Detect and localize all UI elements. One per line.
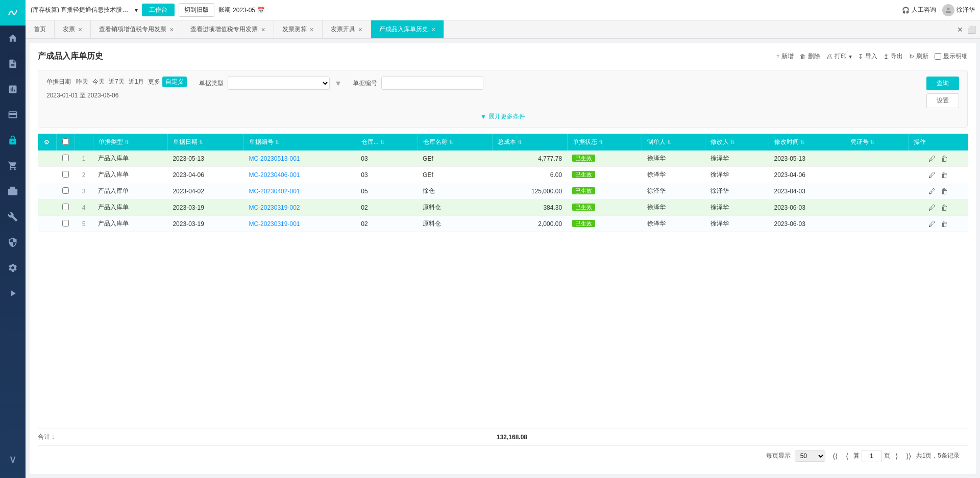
filter-1month[interactable]: 近1月 — [127, 77, 146, 87]
sidebar-item-manufacture[interactable] — [0, 204, 26, 230]
col-status-header[interactable]: 单据状态 ⇅ — [567, 134, 642, 150]
sidebar-item-settings[interactable] — [0, 255, 26, 281]
filter-number-input[interactable] — [381, 77, 483, 90]
row-delete-btn-1[interactable]: 🗑 — [939, 171, 949, 179]
row-edit-btn-3[interactable]: 🖊 — [927, 204, 937, 212]
sidebar-item-inventory[interactable] — [0, 179, 26, 204]
row-number-3[interactable]: MC-20230319-002 — [243, 199, 356, 216]
tab-maximize[interactable]: ⬜ — [967, 26, 976, 34]
col-settings[interactable]: ⚙ — [38, 134, 56, 150]
col-wcode-header[interactable]: 仓库... ⇅ — [356, 134, 418, 150]
row-delete-btn-0[interactable]: 🗑 — [939, 155, 949, 163]
refresh-button[interactable]: ↻ 刷新 — [909, 52, 928, 61]
export-button[interactable]: ↥ 导出 — [884, 52, 903, 61]
filter-yesterday[interactable]: 昨天 — [74, 77, 90, 87]
row-settings-1[interactable] — [38, 167, 56, 183]
sidebar-item-invoice[interactable] — [0, 102, 26, 128]
tab-sales-invoice-close[interactable]: × — [169, 26, 174, 33]
support-link[interactable]: 🎧 人工咨询 — [902, 6, 936, 14]
sidebar-item-lock[interactable] — [0, 128, 26, 153]
col-checkbox-header[interactable] — [56, 134, 75, 150]
row-checkbox-1[interactable] — [56, 167, 75, 183]
row-edit-btn-1[interactable]: 🖊 — [927, 171, 937, 179]
row-delete-btn-3[interactable]: 🗑 — [939, 204, 949, 212]
calendar-icon[interactable]: 📅 — [257, 7, 265, 14]
row-edit-btn-2[interactable]: 🖊 — [927, 187, 937, 195]
first-page-btn[interactable]: ⟨⟨ — [829, 451, 841, 461]
sidebar-item-purchase[interactable] — [0, 153, 26, 179]
col-modifier-header[interactable]: 修改人 ⇅ — [705, 134, 769, 150]
company-dropdown-icon[interactable]: ▾ — [135, 7, 138, 14]
row-delete-btn-4[interactable]: 🗑 — [939, 220, 949, 228]
row-checkbox-3[interactable] — [56, 199, 75, 216]
filter-more[interactable]: 更多 — [146, 77, 162, 87]
tab-invoice-calc-close[interactable]: × — [310, 26, 314, 33]
col-voucher-header[interactable]: 凭证号 ⇅ — [845, 134, 908, 150]
tab-sales-invoice[interactable]: 查看销项增值税专用发票 × — [91, 20, 182, 39]
col-type-header[interactable]: 单据类型 ⇅ — [93, 134, 167, 150]
page-size-select[interactable]: 50 100 — [795, 450, 825, 462]
row-number-1[interactable]: MC-20230406-001 — [243, 167, 356, 183]
tab-purchase-invoice-close[interactable]: × — [261, 26, 265, 33]
row-checkbox-2[interactable] — [56, 183, 75, 199]
tab-home[interactable]: 首页 — [26, 20, 55, 39]
row-number-0[interactable]: MC-20230513-001 — [243, 150, 356, 167]
expand-filter-btn[interactable]: ▼ 展开更多条件 — [480, 112, 525, 121]
col-date-header[interactable]: 单据日期 ⇅ — [167, 134, 243, 150]
show-detail-checkbox[interactable] — [935, 53, 941, 60]
select-all-checkbox[interactable] — [62, 138, 69, 145]
delete-button[interactable]: 🗑 删除 — [800, 52, 820, 61]
row-settings-4[interactable] — [38, 216, 56, 232]
col-number-header[interactable]: 单据编号 ⇅ — [243, 134, 356, 150]
workbench-button[interactable]: 工作台 — [142, 4, 175, 16]
filter-7days[interactable]: 近7天 — [107, 77, 127, 87]
row-number-2[interactable]: MC-20230402-001 — [243, 183, 356, 199]
sidebar-item-version[interactable]: V — [0, 447, 26, 473]
company-selector[interactable]: (库存核算) 直播轻捷通信息技术股份... ▾ — [31, 6, 138, 14]
user-profile[interactable]: 徐泽华 — [942, 4, 975, 16]
print-dropdown-icon[interactable]: ▾ — [849, 53, 852, 60]
col-mtime-header[interactable]: 修改时间 ⇅ — [769, 134, 845, 150]
new-button[interactable]: + 新增 — [776, 52, 794, 61]
next-page-btn[interactable]: ⟩ — [892, 451, 901, 461]
print-button[interactable]: 🖨 打印 ▾ — [826, 52, 852, 61]
row-checkbox-4[interactable] — [56, 216, 75, 232]
row-edit-btn-0[interactable]: 🖊 — [927, 155, 937, 163]
col-creator-header[interactable]: 制单人 ⇅ — [642, 134, 705, 150]
last-page-btn[interactable]: ⟩⟩ — [903, 451, 914, 461]
row-number-4[interactable]: MC-20230319-001 — [243, 216, 356, 232]
tab-product-history[interactable]: 产成品入库单历史 × — [371, 20, 444, 39]
sidebar-item-play[interactable] — [0, 281, 26, 306]
query-button[interactable]: 查询 — [926, 77, 959, 90]
row-settings-2[interactable] — [38, 183, 56, 199]
row-checkbox-0[interactable] — [56, 150, 75, 167]
prev-page-btn[interactable]: ⟨ — [843, 451, 851, 461]
tab-purchase-invoice[interactable]: 查看进项增值税专用发票 × — [182, 20, 274, 39]
tab-invoice-calc[interactable]: 发票测算 × — [274, 20, 323, 39]
filter-type-select[interactable] — [228, 77, 330, 90]
tab-invoice-issue-close[interactable]: × — [358, 26, 362, 33]
import-button[interactable]: ↧ 导入 — [858, 52, 877, 61]
show-detail-checkbox-label[interactable]: 显示明细 — [935, 52, 968, 61]
row-edit-btn-4[interactable]: 🖊 — [927, 220, 937, 228]
sidebar-item-home[interactable] — [0, 26, 26, 51]
row-settings-0[interactable] — [38, 150, 56, 167]
tab-invoice-close[interactable]: × — [78, 26, 82, 33]
sidebar-item-document[interactable] — [0, 51, 26, 77]
tab-close-all[interactable]: ✕ — [957, 26, 963, 34]
filter-today[interactable]: 今天 — [90, 77, 107, 87]
col-wname-header[interactable]: 仓库名称 ⇅ — [418, 134, 492, 150]
row-settings-3[interactable] — [38, 199, 56, 216]
switch-button[interactable]: 切到旧版 — [179, 3, 214, 17]
tab-product-history-close[interactable]: × — [431, 26, 435, 33]
sidebar-item-stamp[interactable] — [0, 230, 26, 255]
col-cost-header[interactable]: 总成本 ⇅ — [493, 134, 568, 150]
page-input[interactable] — [862, 450, 882, 462]
row-delete-btn-2[interactable]: 🗑 — [939, 187, 949, 195]
set-button[interactable]: 设置 — [926, 93, 959, 108]
sidebar-item-chart[interactable] — [0, 77, 26, 102]
tab-invoice[interactable]: 发票 × — [55, 20, 91, 39]
filter-custom[interactable]: 自定义 — [162, 77, 187, 87]
tab-invoice-issue[interactable]: 发票开具 × — [323, 20, 371, 39]
app-logo[interactable] — [0, 0, 26, 26]
